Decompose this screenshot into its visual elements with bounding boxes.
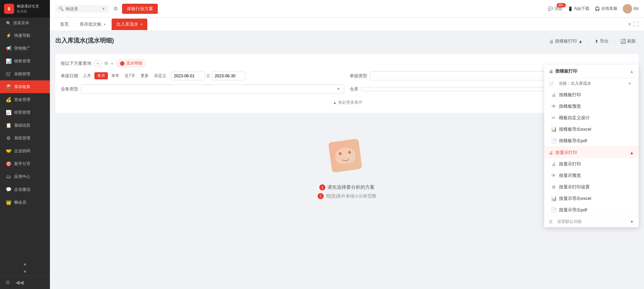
filter-collapse-icon[interactable]: « [111, 61, 113, 66]
print-icon: 🖨 [549, 39, 554, 44]
sidebar-item-sys-mgmt[interactable]: ⚙ 系统管理 [0, 132, 50, 144]
operations-icon: 📈 [5, 109, 11, 115]
sidebar-item-base-info[interactable]: 📋 基础信息 [0, 119, 50, 132]
filter-group-biz-type: 业务类型 ▼ [61, 84, 344, 94]
dropdown-current-label: 当前：出入库流水 [559, 81, 625, 86]
sidebar-item-guide[interactable]: 🎯 新手引导 [0, 157, 50, 170]
app-center-icon: 🗂 [5, 174, 11, 180]
settings-icon[interactable]: ⚙ [5, 279, 10, 286]
sidebar-item-marketing[interactable]: 📢 营销推广 [0, 42, 50, 55]
template-print-icon: 🖨 [551, 92, 556, 98]
display-export-excel-icon: 📊 [551, 196, 556, 201]
dropdown-display-section[interactable]: 🖨 按显示打印 ▲ [544, 147, 639, 158]
dropdown-display-export-excel[interactable]: 📊 按显示导出excel [544, 193, 639, 204]
sidebar-item-operations[interactable]: 📈 经营管理 [0, 106, 50, 119]
sidebar-bottom: ⚙ ◀◀ [0, 275, 50, 289]
header-online-service[interactable]: 🎧 在线客服 [595, 6, 617, 11]
sidebar-item-purchase[interactable]: 🛒 采购管理 [0, 68, 50, 80]
header-message[interactable]: 💬 消息 99+ [548, 6, 562, 11]
sidebar-scroll-down[interactable]: ▼ [0, 268, 50, 275]
dropdown-display-preview[interactable]: 👁 按显示预览 [544, 170, 639, 181]
sidebar-logo: 6 畅捷通好生意 标准版 [0, 0, 50, 18]
date-to-input[interactable] [212, 72, 245, 80]
dropdown-footer[interactable]: ☰ 设置默认功能 ▼ [544, 216, 639, 227]
tab-close-all-button[interactable]: × [628, 21, 631, 27]
sidebar-item-enterprise-wx[interactable]: 💬 企业微信 [0, 183, 50, 196]
dropdown-template-print[interactable]: 🖨 按模板打印 [544, 89, 639, 101]
display-print-label: 按显示打印 [559, 161, 581, 167]
online-service-label: 在线客服 [601, 6, 617, 11]
template-preview-label: 按模板预览 [559, 103, 581, 109]
tab-inventory-batch-close[interactable]: × [104, 22, 106, 26]
collapse-arrow-up-icon: ▲ [333, 100, 337, 105]
page-title: 出入库流水(流水明细) [55, 36, 114, 45]
filter-add-button[interactable]: + [94, 60, 101, 67]
date-shortcut-this-month[interactable]: 本月 [94, 72, 108, 79]
main-area: 🔍 ▼ ⚙ 体验行业方案 💬 消息 99+ 📱 App下载 🎧 在线客服 R [50, 0, 644, 289]
header-search-box[interactable]: 🔍 ▼ [55, 5, 109, 12]
dropdown-template-export-excel[interactable]: 📊 按模板导出excel [544, 124, 639, 135]
dropdown-template-custom[interactable]: ✏ 模板自定义设计 [544, 112, 639, 124]
finance-label: 资金管理 [14, 97, 30, 103]
sidebar-item-app-center[interactable]: 🗂 应用中心 [0, 170, 50, 183]
sidebar-item-enterprise[interactable]: 🤝 企业协同 [0, 144, 50, 157]
dropdown-display-export-pdf[interactable]: 📄 按显示导出pdf [544, 204, 639, 216]
sidebar-item-sales[interactable]: 📊 销售管理 [0, 55, 50, 68]
company-name: 畅捷通好生意 [17, 4, 39, 9]
display-settings-icon: ⚙ [551, 184, 556, 190]
sidebar-item-finance[interactable]: 💰 资金管理 [0, 93, 50, 106]
dropdown-template-export-pdf[interactable]: 📄 按模板导出pdf [544, 135, 639, 147]
date-shortcut-more[interactable]: 更多 [139, 72, 151, 79]
date-shortcut-custom[interactable]: 自定义 [152, 72, 168, 79]
sidebar-item-member[interactable]: 👑 畅会员 [0, 196, 50, 209]
operations-label: 经营管理 [14, 110, 30, 115]
guide-label: 新手引导 [14, 161, 30, 167]
dropdown-display-print[interactable]: 🖨 按显示打印 [544, 158, 639, 170]
filter-settings-icon[interactable]: ⚙ [104, 61, 108, 66]
empty-mouth-icon [342, 159, 349, 162]
base-info-label: 基础信息 [14, 123, 30, 128]
biz-type-arrow-icon: ▼ [336, 86, 341, 91]
header-settings-icon[interactable]: ⚙ [113, 5, 118, 12]
member-icon: 👑 [5, 199, 11, 205]
sidebar-item-quick-nav[interactable]: ⚡ 快捷导航 [0, 29, 50, 42]
sidebar-scroll-up[interactable]: ▲ [0, 260, 50, 268]
trial-button[interactable]: 体验行业方案 [122, 4, 158, 14]
tab-home[interactable]: 首页 [55, 19, 74, 30]
tab-inventory-flow-close[interactable]: × [140, 22, 142, 26]
dropdown-display-settings[interactable]: ⚙ 按显示打印设置 [544, 181, 639, 193]
app-logo-icon: 6 [4, 4, 14, 14]
dropdown-collapse-icon[interactable]: ▲ [630, 69, 634, 74]
biz-type-select[interactable]: ▼ [81, 84, 344, 94]
print-template-button[interactable]: 🖨 按模板打印 ▲ [547, 37, 585, 46]
date-from-input[interactable] [171, 72, 205, 80]
dropdown-current-arrow: ▼ [628, 81, 632, 86]
sidebar-item-inventory[interactable]: 📦 库存核算 [0, 80, 50, 93]
header-user[interactable]: Rit [623, 4, 639, 14]
date-shortcut-this-year[interactable]: 本年 [109, 72, 121, 79]
collapse-icon[interactable]: ◀◀ [16, 279, 24, 286]
dropdown-current-template[interactable]: 📄 当前：出入库流水 ▼ [544, 78, 639, 89]
tab-inventory-batch[interactable]: 库存批次账 × [75, 19, 110, 30]
refresh-label: 刷新 [627, 38, 636, 44]
tab-maximize-button[interactable]: ⛶ [633, 21, 639, 27]
header-search-input[interactable] [66, 6, 99, 11]
inventory-icon: 📦 [5, 84, 11, 90]
empty-step-2: 2 [318, 193, 324, 199]
date-shortcut-7days[interactable]: 近7天 [123, 72, 137, 79]
tab-inventory-flow[interactable]: 出入库流水 × [112, 19, 147, 30]
header-app-download[interactable]: 📱 App下载 [568, 6, 589, 11]
export-button[interactable]: ⬆ 导出 [592, 37, 611, 46]
guide-icon: 🎯 [5, 161, 11, 167]
date-shortcut-last-month[interactable]: 上月 [81, 72, 93, 79]
quick-nav-label: 快捷导航 [14, 33, 30, 38]
filter-chip[interactable]: 🔴 流水明细 [116, 59, 146, 67]
sales-label: 销售管理 [14, 58, 30, 64]
dropdown-template-preview[interactable]: 👁 按模板预览 [544, 101, 639, 112]
sidebar-search-menu[interactable]: 🔍 搜索菜单 [0, 18, 50, 29]
empty-hint-2: 2 用[选]条件来缩小分析范围 [318, 193, 376, 199]
refresh-button[interactable]: 🔄 刷新 [618, 37, 639, 46]
online-service-icon: 🎧 [595, 6, 600, 11]
template-export-excel-label: 按模板导出excel [559, 126, 591, 132]
header-right: 💬 消息 99+ 📱 App下载 🎧 在线客服 Rit [548, 4, 639, 14]
